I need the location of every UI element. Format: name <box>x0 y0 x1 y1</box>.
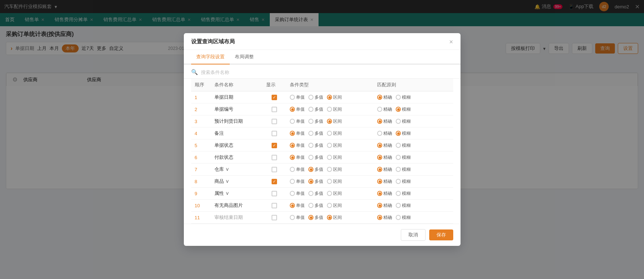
radio-label: 单值 <box>296 215 305 221</box>
radio-item[interactable]: 区间 <box>327 154 342 161</box>
radio-item[interactable]: 模糊 <box>396 203 411 209</box>
radio-item[interactable]: 多值 <box>308 178 323 185</box>
radio-item[interactable]: 区间 <box>327 203 342 209</box>
tab-layout-adjust[interactable]: 布局调整 <box>230 50 259 64</box>
radio-item[interactable]: 单值 <box>290 142 305 149</box>
radio-item[interactable]: 精确 <box>377 190 392 197</box>
radio-item[interactable]: 区间 <box>327 190 342 197</box>
row-display-checkbox[interactable] <box>262 127 286 140</box>
radio-item[interactable]: 精确 <box>377 178 392 185</box>
radio-item[interactable]: 单值 <box>290 94 305 101</box>
radio-item[interactable]: 模糊 <box>396 142 411 149</box>
radio-item[interactable]: 单值 <box>290 166 305 173</box>
radio-item[interactable]: 精确 <box>377 130 392 137</box>
row-display-checkbox[interactable] <box>262 91 286 103</box>
row-display-checkbox[interactable] <box>262 212 286 224</box>
row-display-checkbox[interactable] <box>262 103 286 115</box>
radio-group-type: 单值多值区间 <box>290 215 370 221</box>
radio-item[interactable]: 区间 <box>327 94 342 101</box>
radio-item[interactable]: 多值 <box>308 154 323 161</box>
radio-item[interactable]: 多值 <box>308 215 323 221</box>
radio-group-rule: 精确模糊 <box>377 190 449 197</box>
radio-item[interactable]: 多值 <box>308 118 323 125</box>
radio-item[interactable]: 单值 <box>290 154 305 161</box>
checkbox[interactable] <box>272 155 277 160</box>
radio-item[interactable]: 精确 <box>377 106 392 113</box>
row-display-checkbox[interactable] <box>262 188 286 200</box>
radio-item[interactable]: 区间 <box>327 130 342 137</box>
radio-item[interactable]: 多值 <box>308 203 323 209</box>
row-display-checkbox[interactable] <box>262 140 286 152</box>
radio-item[interactable]: 模糊 <box>396 215 411 221</box>
cancel-button[interactable]: 取消 <box>401 229 426 241</box>
radio-item[interactable]: 精确 <box>377 94 392 101</box>
radio-circle <box>327 95 332 100</box>
th-rule: 匹配原则 <box>374 79 453 91</box>
row-display-checkbox[interactable] <box>262 164 286 176</box>
radio-item[interactable]: 模糊 <box>396 166 411 173</box>
checkbox[interactable] <box>272 179 277 184</box>
radio-item[interactable]: 模糊 <box>396 154 411 161</box>
radio-item[interactable]: 精确 <box>377 215 392 221</box>
radio-item[interactable]: 单值 <box>290 130 305 137</box>
radio-item[interactable]: 区间 <box>327 215 342 221</box>
radio-item[interactable]: 精确 <box>377 203 392 209</box>
radio-circle <box>308 215 313 220</box>
radio-item[interactable]: 模糊 <box>396 118 411 125</box>
radio-item[interactable]: 多值 <box>308 130 323 137</box>
radio-item[interactable]: 模糊 <box>396 94 411 101</box>
radio-item[interactable]: 多值 <box>308 142 323 149</box>
radio-item[interactable]: 模糊 <box>396 190 411 197</box>
radio-item[interactable]: 多值 <box>308 94 323 101</box>
row-display-checkbox[interactable] <box>262 152 286 164</box>
checkbox[interactable] <box>272 119 277 124</box>
radio-circle <box>327 215 332 220</box>
radio-item[interactable]: 模糊 <box>396 130 411 137</box>
radio-item[interactable]: 区间 <box>327 106 342 113</box>
radio-item[interactable]: 区间 <box>327 166 342 173</box>
dialog-close-icon[interactable]: × <box>449 39 453 45</box>
radio-item[interactable]: 区间 <box>327 118 342 125</box>
radio-item[interactable]: 精确 <box>377 154 392 161</box>
radio-item[interactable]: 单值 <box>290 203 305 209</box>
checkbox[interactable] <box>272 191 277 196</box>
radio-group-type: 单值多值区间 <box>290 118 370 125</box>
row-display-checkbox[interactable] <box>262 200 286 212</box>
radio-item[interactable]: 单值 <box>290 118 305 125</box>
row-display-checkbox[interactable] <box>262 176 286 188</box>
checkbox[interactable] <box>272 107 277 112</box>
table-row: 1单据日期单值多值区间精确模糊 <box>191 91 453 103</box>
radio-item[interactable]: 单值 <box>290 178 305 185</box>
radio-item[interactable]: 多值 <box>308 190 323 197</box>
save-button[interactable]: 保存 <box>429 229 453 240</box>
radio-label: 模糊 <box>402 118 411 125</box>
radio-item[interactable]: 多值 <box>308 106 323 113</box>
tab-field-settings[interactable]: 查询字段设置 <box>191 50 230 64</box>
radio-item[interactable]: 单值 <box>290 106 305 113</box>
radio-item[interactable]: 精确 <box>377 166 392 173</box>
checkbox[interactable] <box>272 215 277 220</box>
radio-item[interactable]: 区间 <box>327 178 342 185</box>
row-display-checkbox[interactable] <box>262 115 286 127</box>
radio-label: 单值 <box>296 178 305 185</box>
checkbox[interactable] <box>272 131 277 136</box>
checkbox[interactable] <box>272 203 277 208</box>
radio-circle <box>308 119 313 124</box>
radio-item[interactable]: 精确 <box>377 142 392 149</box>
radio-label: 区间 <box>333 142 342 149</box>
checkbox[interactable] <box>272 143 277 148</box>
radio-label: 精确 <box>383 154 392 161</box>
checkbox[interactable] <box>272 95 277 100</box>
radio-item[interactable]: 单值 <box>290 190 305 197</box>
radio-label: 多值 <box>315 106 323 113</box>
radio-item[interactable]: 模糊 <box>396 106 411 113</box>
search-input[interactable] <box>201 70 274 75</box>
radio-group-type: 单值多值区间 <box>290 130 370 137</box>
checkbox[interactable] <box>272 167 277 172</box>
radio-item[interactable]: 精确 <box>377 118 392 125</box>
radio-item[interactable]: 单值 <box>290 215 305 221</box>
radio-item[interactable]: 区间 <box>327 142 342 149</box>
radio-item[interactable]: 多值 <box>308 166 323 173</box>
radio-item[interactable]: 模糊 <box>396 178 411 185</box>
row-rule-options: 精确模糊 <box>374 176 453 188</box>
